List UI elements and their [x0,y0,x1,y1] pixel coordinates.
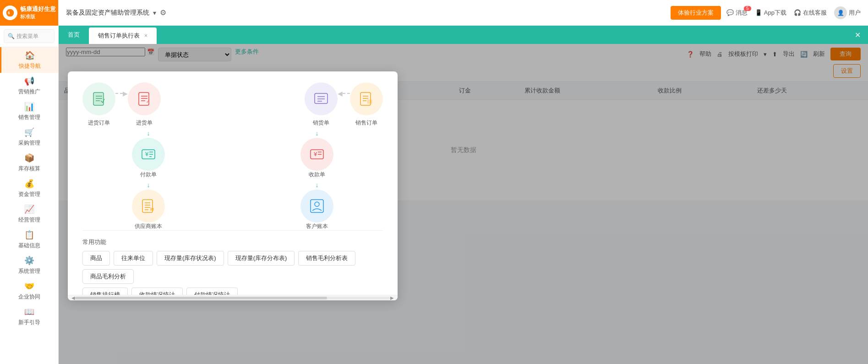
app-download-btn[interactable]: 📱 App下载 [755,9,786,17]
customer-node[interactable] [300,190,333,223]
sidebar-item-purchase[interactable]: 🛒 采购管理 [0,124,58,150]
online-service-btn[interactable]: 🎧 在线客服 [794,9,827,17]
scroll-thumb[interactable] [75,297,327,299]
finance-icon: 💰 [24,179,34,189]
sidebar-item-newuser[interactable]: 📖 新手引导 [0,304,58,329]
tab-sales-order[interactable]: 销售订单执行表 × [89,27,157,44]
purchase-icon: 🛒 [24,127,34,137]
sidebar-item-label: 资金管理 [18,190,40,198]
func-btn-product-profit[interactable]: 商品毛利分析 [82,269,134,284]
arrow-to-purchase-bill: ▶ [115,90,128,120]
flow-row-1: 进货订单 ▶ [82,82,383,127]
tabbar: 首页 销售订单执行表 × ✕ [59,26,868,44]
payment-node[interactable]: ¥ [132,138,165,171]
common-title: 常用功能 [82,238,383,246]
modal-overlay[interactable]: 进货订单 ▶ [59,44,868,364]
sales-order-label: 销售订单 [355,119,377,127]
arrow-down-supplier: ↓ [147,181,150,189]
svg-rect-11 [315,93,328,103]
func-buttons: 商品 往来单位 现存量(库存状况表) 现存量(库存分布表) 销售毛利分析表 商品… [82,251,383,284]
receipt-node[interactable]: ¥ [300,138,333,171]
app-sub: 标准版 [20,13,56,20]
func-btn-payment-stat[interactable]: 付款情况统计 [186,288,238,295]
sidebar-item-marketing[interactable]: 📢 营销推广 [0,73,58,98]
home-icon: 🏠 [25,50,35,60]
topbar-right: 💬 消息 5 📱 App下载 🎧 在线客服 👤 用户 [726,6,861,19]
sidebar-item-label: 库存核算 [18,165,40,173]
customer-col: ↓ 客户账本 [300,180,333,230]
system-icon: ⚙️ [24,255,34,266]
search-icon: 🔍 [8,33,15,39]
sales-icon: 📊 [24,102,34,112]
system-name: 装备及固定资产辅助管理系统 [66,9,149,17]
sidebar-item-quicknav[interactable]: 🏠 快捷导航 [0,47,58,73]
sidebar-item-inventory[interactable]: 📦 库存核算 [0,150,58,175]
message-badge: 5 [744,6,751,11]
search-menu-area[interactable]: 🔍 搜索菜单 [0,26,58,47]
func-btn-sales-rank[interactable]: 销售排行榜 [82,288,128,295]
arrow-from-sales-order: ◀ [338,90,350,120]
scroll-right-arrow[interactable]: ▶ [390,295,394,300]
sidebar: 6 畅康通好生意 标准版 🔍 搜索菜单 🏠 快捷导航 📢 营销推广 📊 销售管理… [0,0,59,364]
purchase-order-label: 进货订单 [88,119,110,127]
svg-text:¥: ¥ [313,151,317,158]
quick-nav-modal: 进货订单 ▶ [68,71,398,300]
func-btn-partner[interactable]: 往来单位 [114,251,153,266]
sales-bill-icon [305,82,338,115]
sidebar-item-label: 新手引导 [18,319,40,326]
arrow-down-customer: ↓ [316,181,319,189]
func-btn-product[interactable]: 商品 [82,251,110,266]
purchase-bill-icon: ✓ [128,82,161,115]
scroll-track [75,297,390,299]
receipt-col: ↓ ¥ 收款单 [300,129,333,179]
payment-label: 付款单 [140,171,157,179]
gear-icon[interactable]: ⚙ [160,8,166,17]
svg-text:✓: ✓ [146,99,150,104]
sidebar-item-basic[interactable]: 📋 基础信息 [0,227,58,252]
scroll-left-arrow[interactable]: ◀ [71,295,75,300]
app-download-label: App下载 [764,9,786,17]
dropdown-icon[interactable]: ▾ [153,9,156,16]
func-btn-stock-status[interactable]: 现存量(库存状况表) [157,251,224,266]
modal-content: 进货订单 ▶ [68,71,398,295]
common-functions-section: 常用功能 商品 往来单位 现存量(库存状况表) 现存量(库存分布表) 销售毛利分… [82,230,383,295]
tab-close-icon[interactable]: × [144,33,147,39]
sidebar-item-label: 基础信息 [18,242,40,250]
message-btn[interactable]: 💬 消息 5 [726,9,748,17]
main-area: 装备及固定资产辅助管理系统 ▾ ⚙ 体验行业方案 💬 消息 5 📱 App下载 … [59,0,868,364]
sales-order-node[interactable]: 销售订单 [350,82,383,127]
message-icon: 💬 [726,9,734,16]
func-btn-sales-profit[interactable]: 销售毛利分析表 [298,251,355,266]
sidebar-item-operation[interactable]: 📈 经营管理 [0,201,58,227]
sidebar-item-enterprise[interactable]: 🤝 企业协同 [0,278,58,304]
supplier-node[interactable] [132,190,165,223]
sidebar-item-finance[interactable]: 💰 资金管理 [0,175,58,201]
svg-rect-34 [150,208,154,211]
marketing-icon: 📢 [24,76,34,86]
modal-scrollbar: ◀ ▶ [68,295,398,300]
sidebar-item-system[interactable]: ⚙️ 系统管理 [0,252,58,278]
logo-icon: 6 [3,5,17,20]
arrow-down-receipt: ↓ [316,130,319,137]
flow-row-3: ↓ [82,180,383,230]
svg-point-0 [6,9,14,17]
close-all-btn[interactable]: ✕ [847,31,868,39]
trial-btn[interactable]: 体验行业方案 [671,6,721,20]
payment-col: ↓ ¥ 付款单 [132,129,165,179]
newuser-icon: 📖 [24,307,34,317]
sales-bill-node[interactable]: 销货单 [305,82,338,127]
search-menu-btn[interactable]: 🔍 搜索菜单 [4,29,55,43]
tab-home[interactable]: 首页 [59,26,89,44]
download-icon: 📱 [755,9,762,16]
svg-text:6: 6 [8,11,10,15]
func-btn-receipt-stat[interactable]: 收款情况统计 [131,288,183,295]
arrow-down-payment: ↓ [147,130,150,137]
svg-rect-2 [93,92,104,105]
app-name: 畅康通好生意 [20,5,56,13]
func-btn-stock-dist[interactable]: 现存量(库存分布表) [228,251,295,266]
purchase-bill-node[interactable]: ✓ 进货单 [128,82,161,127]
content-area: 📅 单据状态 更多条件 ❓ 帮助 🖨 按模板打印 ▾ [59,44,868,364]
sidebar-item-sales[interactable]: 📊 销售管理 [0,98,58,124]
purchase-order-node[interactable]: 进货订单 [82,82,115,127]
user-btn[interactable]: 👤 用户 [834,6,861,19]
